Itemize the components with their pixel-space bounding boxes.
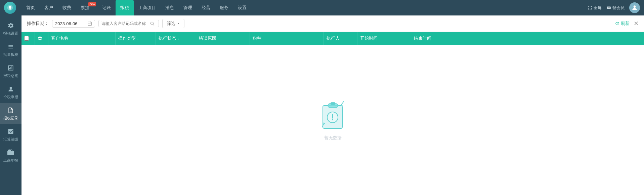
date-label: 操作日期： (27, 21, 49, 27)
nav-customer[interactable]: 客户 (40, 0, 58, 15)
svg-line-8 (153, 25, 154, 26)
settings-icon (7, 22, 15, 30)
th-end-time: 结束时间 (411, 32, 465, 45)
sidebar-item-tax-record[interactable]: 报税记录 (0, 103, 22, 124)
sidebar-item-settle[interactable]: 汇算清缴 (0, 124, 22, 145)
batch-icon (7, 43, 15, 51)
record-icon (7, 106, 15, 114)
svg-point-7 (151, 22, 153, 25)
nav-fee[interactable]: 收费 (58, 0, 76, 15)
fullscreen-btn[interactable]: 全屏 (588, 5, 602, 11)
sidebar-label-tax-overview: 报税总览 (3, 73, 18, 78)
table-container: 客户名称 操作类型 ↕ 执行状态 ↕ 错误原因 税种 执行人 (22, 32, 644, 195)
calendar-icon (87, 21, 92, 26)
sidebar-item-tax-overview[interactable]: 报税总览 (0, 61, 22, 82)
th-tax-type: 税种 (250, 32, 324, 45)
sidebar-label-tax-record: 报税记录 (3, 116, 18, 121)
search-icon (150, 21, 155, 26)
select-all-checkbox[interactable] (24, 36, 29, 41)
sidebar-label-settle: 汇算清缴 (3, 137, 18, 142)
nav-business[interactable]: 工商项目 (134, 0, 161, 15)
search-box[interactable] (98, 20, 159, 27)
table-header: 客户名称 操作类型 ↕ 执行状态 ↕ 错误原因 税种 执行人 (22, 32, 644, 45)
th-gear (35, 32, 48, 45)
sidebar-item-batch-tax[interactable]: 批量报税 (0, 39, 22, 61)
toolbar: 操作日期： 筛选 刷新 ✕ (22, 15, 644, 32)
annual-icon (7, 149, 15, 157)
member-btn[interactable]: 畅会员 (606, 5, 625, 11)
th-start-time: 开始时间 (357, 32, 411, 45)
new-badge: new (88, 2, 96, 6)
svg-rect-13 (331, 102, 335, 105)
overview-icon (7, 64, 15, 72)
svg-point-1 (634, 5, 636, 8)
empty-illustration-svg (319, 99, 346, 131)
settle-icon (7, 127, 15, 135)
nav-home[interactable]: 首页 (22, 0, 40, 15)
toolbar-right: 刷新 ✕ (615, 20, 639, 27)
top-navigation: 首页 客户 收费 票据 new 记账 报税 工商项目 消息 管理 经营 服务 设… (0, 0, 644, 15)
filter-button[interactable]: 筛选 (162, 19, 184, 28)
refresh-icon (615, 21, 619, 26)
nav-service[interactable]: 服务 (215, 0, 233, 15)
sidebar: 报税设置 批量报税 报税总览 个税申报 报税记录 (0, 15, 22, 195)
table-body: 暂无数据 (22, 45, 644, 195)
column-settings-icon[interactable] (38, 36, 42, 41)
date-picker[interactable] (52, 20, 95, 28)
date-input[interactable] (55, 21, 85, 26)
th-customer-name: 客户名称 (48, 32, 116, 45)
sidebar-label-batch-tax: 批量报税 (3, 52, 18, 57)
svg-point-16 (332, 119, 333, 120)
nav-message[interactable]: 消息 (161, 0, 179, 15)
th-operation-type: 操作类型 ↕ (116, 32, 156, 45)
sidebar-item-annual-report[interactable]: 工商年报 (0, 145, 22, 166)
user-avatar[interactable] (629, 2, 640, 13)
nav-items: 首页 客户 收费 票据 new 记账 报税 工商项目 消息 管理 经营 服务 设… (22, 0, 588, 15)
th-executor: 执行人 (324, 32, 357, 45)
empty-state: 暂无数据 (319, 99, 346, 141)
search-input[interactable] (101, 21, 148, 26)
refresh-button[interactable]: 刷新 (615, 21, 630, 27)
nav-bookkeeping[interactable]: 记账 (97, 0, 116, 15)
nav-right: 全屏 畅会员 (588, 2, 640, 13)
svg-point-2 (10, 87, 12, 89)
th-checkbox (22, 32, 35, 45)
empty-text: 暂无数据 (324, 135, 342, 141)
sidebar-label-tax-settings: 报税设置 (3, 31, 18, 36)
svg-rect-3 (88, 22, 92, 26)
app-logo (4, 2, 16, 14)
sidebar-item-personal-tax[interactable]: 个税申报 (0, 82, 22, 103)
sort-icon-operation: ↕ (137, 37, 139, 40)
nav-operation[interactable]: 经营 (197, 0, 215, 15)
nav-ticket[interactable]: 票据 new (76, 0, 97, 15)
nav-tax[interactable]: 报税 (116, 0, 134, 15)
close-button[interactable]: ✕ (634, 20, 639, 27)
sidebar-label-annual-report: 工商年报 (3, 158, 18, 163)
sort-icon-status: ↕ (177, 37, 179, 40)
sidebar-item-tax-settings[interactable]: 报税设置 (0, 18, 22, 39)
nav-settings[interactable]: 设置 (233, 0, 251, 15)
th-error-reason: 错误原因 (196, 32, 250, 45)
tax-icon (7, 85, 15, 93)
main-layout: 报税设置 批量报税 报税总览 个税申报 报税记录 (0, 15, 644, 195)
chevron-down-icon (177, 22, 180, 25)
sidebar-label-personal-tax: 个税申报 (3, 94, 18, 100)
nav-manage[interactable]: 管理 (179, 0, 197, 15)
th-exec-status: 执行状态 ↕ (156, 32, 196, 45)
content-area: 操作日期： 筛选 刷新 ✕ (22, 15, 644, 195)
